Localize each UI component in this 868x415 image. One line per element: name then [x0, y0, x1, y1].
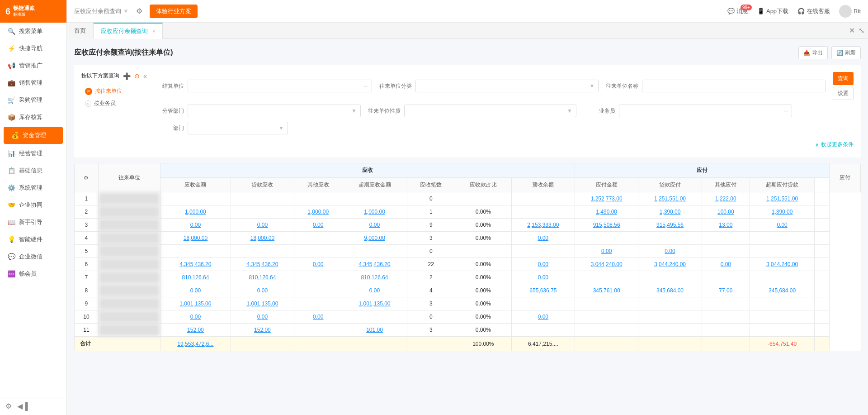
- filter-group-wanglai: 往来单位分类 ▼: [379, 80, 599, 92]
- filter-row-3: 部门 ▼: [152, 122, 854, 134]
- header: 应收应付余额查询 ▼ ⚙ 体验行业方案 💬 消息 99+ 📱 App下载 🎧 在…: [67, 0, 868, 23]
- wanglainame-label: 往来单位名称: [606, 82, 638, 90]
- wanglai-input[interactable]: ▼: [415, 80, 599, 92]
- filter-expand-icon[interactable]: «: [143, 72, 147, 80]
- wanglai-label: 往来单位分类: [379, 82, 412, 90]
- filter-group-wanglaix: 往来单位性质 ▼: [368, 105, 576, 117]
- table-row: 2████████1,000.001,000.001,000.0010.00%1…: [75, 205, 861, 219]
- filter-side-nav: 按以下方案查询 ➕ ⊙ « P 按往来单位 ○ 按业务员: [81, 72, 147, 150]
- th-pay-amount: 应付金额: [575, 178, 638, 192]
- th-payable-remain: 应付: [829, 163, 860, 192]
- footer-recv-ratio: 100.00%: [455, 337, 511, 351]
- enterprise-icon: 🤝: [7, 201, 15, 209]
- sidebar-item-enterprise[interactable]: 🤝 企业协同: [0, 196, 66, 214]
- th-recv-ratio: 应收款占比: [455, 178, 511, 192]
- export-button[interactable]: 📤 导出: [798, 46, 828, 59]
- jiesuan-label: 结算单位: [152, 82, 184, 90]
- fenguan-input[interactable]: ▼: [188, 105, 361, 117]
- filter-header: 按以下方案查询 ➕ ⊙ «: [81, 72, 147, 80]
- header-gear-icon[interactable]: ⚙: [136, 7, 142, 15]
- message-button[interactable]: 💬 消息 99+: [727, 7, 748, 15]
- filter-group-bumen: 部门 ▼: [152, 122, 288, 134]
- sidebar-item-purchase[interactable]: 🛒 采购管理: [0, 91, 66, 109]
- table-row: 4████████18,000.0018,000.009,000.0030.00…: [75, 232, 861, 245]
- refresh-icon: 🔄: [836, 50, 843, 56]
- marketing-icon: 📢: [7, 62, 15, 69]
- sidebar-item-basicinfo[interactable]: 📋 基础信息: [0, 162, 66, 179]
- sidebar-item-operation[interactable]: 📊 经营管理: [0, 145, 66, 162]
- refresh-button[interactable]: 🔄 刷新: [831, 46, 861, 59]
- th-pay-overdue: 超期应付贷款: [750, 178, 814, 192]
- tab-home-label: 首页: [74, 27, 86, 35]
- table-row: 1████████01,252,773.001,251,551.001,222.…: [75, 192, 861, 205]
- window-close-icon[interactable]: ✕: [849, 26, 855, 35]
- footer-pay-other: [702, 337, 750, 351]
- filter-panel: 按以下方案查询 ➕ ⊙ « P 按往来单位 ○ 按业务员: [74, 65, 861, 157]
- wanglainame-input[interactable]: [642, 80, 826, 92]
- purchase-icon: 🛒: [7, 96, 15, 104]
- filter-nav-item-partner[interactable]: P 按往来单位: [81, 85, 147, 97]
- th-recv-overdue: 超期应收金额: [342, 178, 407, 192]
- filter-add-icon[interactable]: ➕: [123, 72, 131, 80]
- basicinfo-icon: 📋: [7, 167, 15, 174]
- collapse-icon[interactable]: ◀▐: [17, 402, 28, 410]
- sidebar-item-inventory[interactable]: 📦 库存核算: [0, 109, 66, 126]
- settings-filter-button[interactable]: 设置: [833, 87, 854, 100]
- filter-group-wanglainame: 往来单位名称: [606, 80, 826, 92]
- window-expand-icon[interactable]: ⤡: [859, 26, 864, 35]
- app-download-button[interactable]: 📱 App下载: [757, 7, 788, 15]
- th-payable-group: 应付: [575, 163, 830, 178]
- table-settings-icon[interactable]: ⚙: [84, 175, 89, 181]
- sidebar-item-wechat[interactable]: 💬 企业微信: [0, 248, 66, 265]
- footer-label: 合计: [75, 337, 160, 351]
- wanglaix-input[interactable]: ▼: [404, 105, 576, 117]
- sidebar-item-search[interactable]: 🔍 搜索菜单: [0, 23, 66, 40]
- online-service-button[interactable]: 🎧 在线客服: [797, 7, 830, 15]
- footer-pay-total: [575, 337, 638, 351]
- filter-settings-icon[interactable]: ⊙: [134, 72, 140, 80]
- sidebar-item-quicknav[interactable]: ⚡ 快捷导航: [0, 40, 66, 57]
- query-button[interactable]: 查询: [833, 72, 854, 85]
- th-recv-credit: 贷款应收: [231, 178, 294, 192]
- settings-icon[interactable]: ⚙: [5, 402, 12, 410]
- filter-collapse-btn[interactable]: ∧ 收起更多条件: [152, 139, 854, 150]
- th-pay-other: 其他应付: [702, 178, 750, 192]
- table-row: 11████████152.00152.00101.0030.00%: [75, 324, 861, 337]
- th-receivable-group: 应收: [160, 163, 575, 178]
- filter-group-fenguan: 分管部门 ▼: [152, 105, 361, 117]
- service-icon: 🎧: [797, 8, 805, 14]
- wanglaix-label: 往来单位性质: [368, 107, 401, 115]
- table-row: 7████████810,126.64810,126.64810,126.642…: [75, 271, 861, 284]
- sidebar-item-fund[interactable]: 💰 资金管理: [4, 127, 63, 144]
- filter-row-2: 分管部门 ▼ 往来单位性质 ▼ 业务员: [152, 105, 854, 117]
- tab-active-label: 应收应付余额查询: [101, 27, 148, 35]
- bumen-input[interactable]: ▼: [188, 122, 288, 134]
- jiesuan-input[interactable]: ···: [188, 80, 372, 92]
- filter-title: 按以下方案查询: [81, 72, 119, 80]
- filter-nav-item-salesman[interactable]: ○ 按业务员: [81, 97, 147, 110]
- th-recv-other: 其他应收: [294, 178, 342, 192]
- sidebar-item-member[interactable]: ♾️ 畅会员: [0, 265, 66, 282]
- wechat-icon: 💬: [7, 253, 15, 260]
- tab-home[interactable]: 首页: [67, 23, 94, 39]
- search-icon: 🔍: [7, 28, 15, 35]
- sidebar-item-sales[interactable]: 💼 销售管理: [0, 74, 66, 91]
- tab-active[interactable]: 应收应付余额查询 ×: [94, 23, 163, 39]
- breadcrumb-text: 应收应付余额查询: [74, 7, 121, 15]
- footer-prepaid: 6,417,215....: [511, 337, 575, 351]
- quicknav-icon: ⚡: [7, 45, 15, 52]
- promo-button[interactable]: 体验行业方案: [150, 5, 198, 18]
- th-settings[interactable]: ⚙: [75, 163, 99, 192]
- table-row: 10████████0.000.000.0000.00%0.00: [75, 310, 861, 324]
- guide-icon: 📖: [7, 219, 15, 226]
- user-avatar-button[interactable]: Rit: [839, 5, 861, 18]
- filter-row-1: 结算单位 ··· 往来单位分类 ▼ 往来单位名称: [152, 72, 854, 100]
- tab-close-icon[interactable]: ×: [152, 29, 155, 34]
- yewu-label: 业务员: [584, 107, 615, 115]
- sidebar-item-system[interactable]: ⚙️ 系统管理: [0, 179, 66, 196]
- sidebar-item-marketing[interactable]: 📢 营销推广: [0, 57, 66, 74]
- sidebar-item-guide[interactable]: 📖 新手引导: [0, 214, 66, 231]
- filter-group-yewu: 业务员 ···: [584, 105, 792, 117]
- sidebar-item-hardware[interactable]: 💡 智能硬件: [0, 231, 66, 248]
- yewu-input[interactable]: ···: [619, 105, 792, 117]
